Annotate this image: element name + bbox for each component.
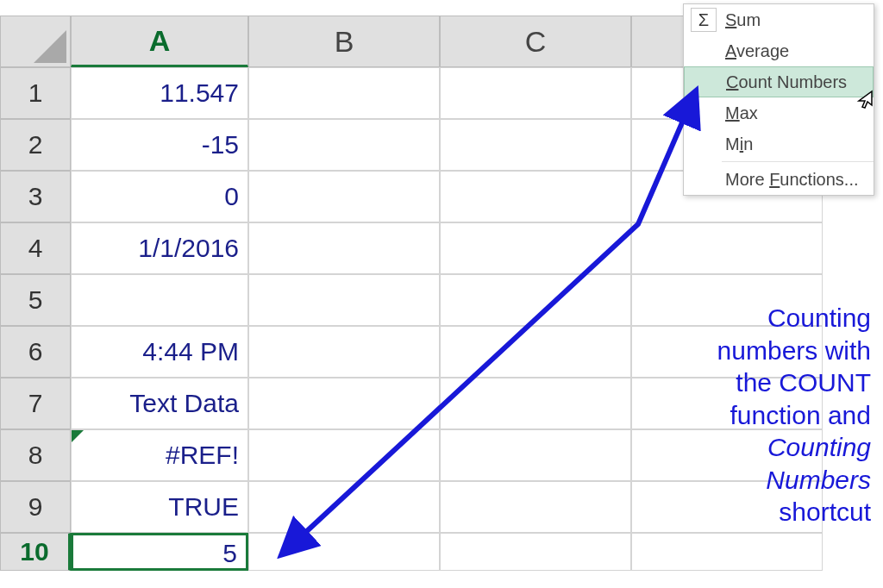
- cell-c6[interactable]: [440, 326, 631, 378]
- menu-label-more: More Functions...: [725, 170, 859, 190]
- menu-item-more-functions[interactable]: More Functions...: [684, 164, 874, 195]
- menu-separator: [722, 161, 874, 162]
- cell-b4[interactable]: [248, 222, 440, 274]
- row-header-8[interactable]: 8: [0, 429, 71, 481]
- menu-label-min: Min: [725, 134, 753, 154]
- row-header-9[interactable]: 9: [0, 481, 71, 533]
- cell-a10[interactable]: 5: [71, 533, 248, 571]
- annotation-text: Counting numbers with the COUNT function…: [638, 302, 871, 529]
- menu-item-average[interactable]: Average: [684, 35, 874, 66]
- cell-c5[interactable]: [440, 274, 631, 326]
- row-header-1[interactable]: 1: [0, 67, 71, 119]
- menu-label-max: Max: [725, 103, 758, 123]
- cell-c10[interactable]: [440, 533, 631, 571]
- menu-item-count-numbers[interactable]: Count Numbers: [684, 66, 874, 97]
- col-header-c[interactable]: C: [440, 16, 631, 67]
- cell-c8[interactable]: [440, 429, 631, 481]
- col-header-a[interactable]: A: [71, 16, 248, 67]
- cell-a1[interactable]: 11.547: [71, 67, 248, 119]
- sigma-icon: Σ: [691, 8, 717, 32]
- menu-item-sum[interactable]: Σ Sum: [684, 4, 874, 35]
- cell-b10[interactable]: [248, 533, 440, 571]
- cell-b8[interactable]: [248, 429, 440, 481]
- cell-a2[interactable]: -15: [71, 119, 248, 171]
- cell-b1[interactable]: [248, 67, 440, 119]
- row-header-7[interactable]: 7: [0, 378, 71, 429]
- row-header-2[interactable]: 2: [0, 119, 71, 171]
- menu-label-average: Average: [725, 41, 789, 61]
- row-header-4[interactable]: 4: [0, 222, 71, 274]
- cell-c3[interactable]: [440, 171, 631, 222]
- cell-a3[interactable]: 0: [71, 171, 248, 222]
- row-header-10[interactable]: 10: [0, 533, 71, 571]
- autosum-menu: Σ Sum Average Count Numbers Max Min More…: [683, 3, 874, 196]
- cell-a7[interactable]: Text Data: [71, 378, 248, 429]
- cell-b3[interactable]: [248, 171, 440, 222]
- row-header-5[interactable]: 5: [0, 274, 71, 326]
- menu-label-count: Count Numbers: [726, 72, 847, 92]
- cell-a9[interactable]: TRUE: [71, 481, 248, 533]
- mouse-cursor-icon: [854, 90, 874, 116]
- cell-c7[interactable]: [440, 378, 631, 429]
- cell-b9[interactable]: [248, 481, 440, 533]
- cell-b7[interactable]: [248, 378, 440, 429]
- cell-b2[interactable]: [248, 119, 440, 171]
- cell-c1[interactable]: [440, 67, 631, 119]
- cell-a6[interactable]: 4:44 PM: [71, 326, 248, 378]
- cell-b5[interactable]: [248, 274, 440, 326]
- menu-item-min[interactable]: Min: [684, 128, 874, 160]
- select-all-corner[interactable]: [0, 16, 71, 67]
- col-header-b[interactable]: B: [248, 16, 440, 67]
- cell-b6[interactable]: [248, 326, 440, 378]
- cell-d10[interactable]: [631, 533, 823, 571]
- cell-c9[interactable]: [440, 481, 631, 533]
- menu-item-max[interactable]: Max: [684, 97, 874, 128]
- menu-label-sum: Sum: [725, 10, 761, 30]
- cell-d4[interactable]: [631, 222, 823, 274]
- cell-a8[interactable]: #REF!: [71, 429, 248, 481]
- cell-c4[interactable]: [440, 222, 631, 274]
- cell-a5[interactable]: [71, 274, 248, 326]
- cell-a4[interactable]: 1/1/2016: [71, 222, 248, 274]
- row-header-6[interactable]: 6: [0, 326, 71, 378]
- row-header-3[interactable]: 3: [0, 171, 71, 222]
- cell-c2[interactable]: [440, 119, 631, 171]
